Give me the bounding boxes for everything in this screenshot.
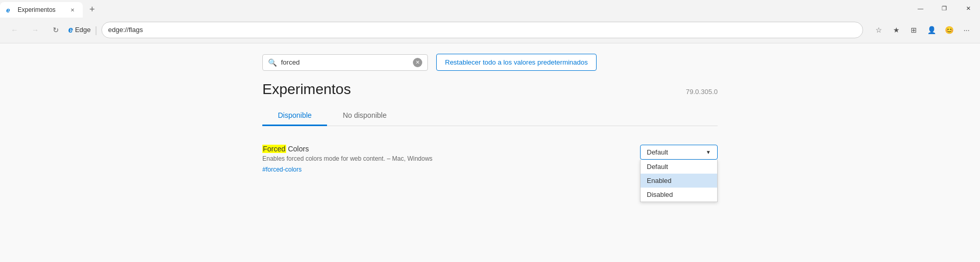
star-button[interactable]: ☆ [871, 23, 886, 37]
search-clear-button[interactable]: ✕ [413, 58, 422, 67]
dropdown-selected-value: Default [647, 148, 668, 156]
address-bar: ← → ↻ e Edge | edge://flags ☆ ★ ⊞ 👤 😊 ··… [0, 17, 980, 43]
search-input[interactable] [281, 58, 409, 66]
minimize-button[interactable]: — [909, 0, 932, 17]
profile-button[interactable]: 👤 [924, 23, 939, 37]
flag-name-suffix: Colors [286, 145, 309, 153]
tab-favicon: e [6, 6, 13, 13]
tab-available[interactable]: Disponible [262, 106, 327, 126]
reset-button[interactable]: Restablecer todo a los valores predeterm… [436, 54, 597, 71]
close-button[interactable]: ✕ [956, 0, 980, 17]
flag-link[interactable]: #forced-colors [262, 166, 302, 173]
browser-tab[interactable]: e Experimentos ✕ [0, 2, 83, 18]
collections-button[interactable]: ⊞ [907, 23, 921, 37]
dropdown-option-default[interactable]: Default [641, 160, 717, 174]
url-text: edge://flags [108, 26, 856, 34]
flag-dropdown-wrapper: Default ▼ Default Enabled Disabled [640, 145, 718, 160]
title-bar: e Experimentos ✕ + — ❐ ✕ [0, 0, 980, 17]
page-inner: 🔍 ✕ Restablecer todo a los valores prede… [242, 43, 738, 190]
page-title-row: Experimentos 79.0.305.0 [262, 81, 718, 98]
edge-text: Edge [75, 26, 91, 34]
favorites-button[interactable]: ★ [889, 23, 903, 37]
flag-item: Forced Colors Enables forced colors mode… [262, 138, 718, 180]
page-title: Experimentos [262, 81, 351, 98]
refresh-button[interactable]: ↻ [48, 22, 64, 38]
dropdown-option-disabled[interactable]: Disabled [641, 188, 717, 202]
flag-dropdown-button[interactable]: Default ▼ [640, 145, 718, 160]
search-section: 🔍 ✕ Restablecer todo a los valores prede… [262, 54, 718, 71]
back-button[interactable]: ← [6, 22, 23, 38]
forward-button[interactable]: → [27, 22, 43, 38]
more-button[interactable]: ··· [959, 23, 974, 37]
dropdown-option-enabled[interactable]: Enabled [641, 174, 717, 188]
restore-button[interactable]: ❐ [932, 0, 956, 17]
title-bar-left: e Experimentos ✕ + [0, 0, 909, 17]
flag-description: Enables forced colors mode for web conte… [262, 155, 640, 162]
url-separator: | [95, 25, 97, 35]
url-bar[interactable]: edge://flags [101, 22, 863, 38]
tab-unavailable[interactable]: No disponible [327, 106, 402, 126]
dropdown-menu: Default Enabled Disabled [640, 160, 718, 202]
title-bar-controls: — ❐ ✕ [909, 0, 980, 17]
tab-bar: Disponible No disponible [262, 106, 718, 126]
tab-title: Experimentos [18, 6, 64, 13]
flag-highlight: Forced [262, 145, 286, 153]
tab-strip: e Experimentos ✕ + [0, 0, 99, 17]
dropdown-chevron-icon: ▼ [706, 149, 711, 155]
tab-close-button[interactable]: ✕ [68, 6, 77, 14]
new-tab-button[interactable]: + [85, 2, 99, 17]
toolbar-icons: ☆ ★ ⊞ 👤 😊 ··· [871, 23, 974, 37]
emoji-button[interactable]: 😊 [942, 23, 956, 37]
search-icon: 🔍 [268, 58, 277, 67]
flag-info: Forced Colors Enables forced colors mode… [262, 145, 640, 174]
search-box: 🔍 ✕ [262, 54, 428, 71]
version-text: 79.0.305.0 [686, 88, 718, 96]
edge-logo: e [68, 25, 73, 35]
flag-name: Forced Colors [262, 145, 640, 153]
page-content: 🔍 ✕ Restablecer todo a los valores prede… [0, 43, 980, 262]
